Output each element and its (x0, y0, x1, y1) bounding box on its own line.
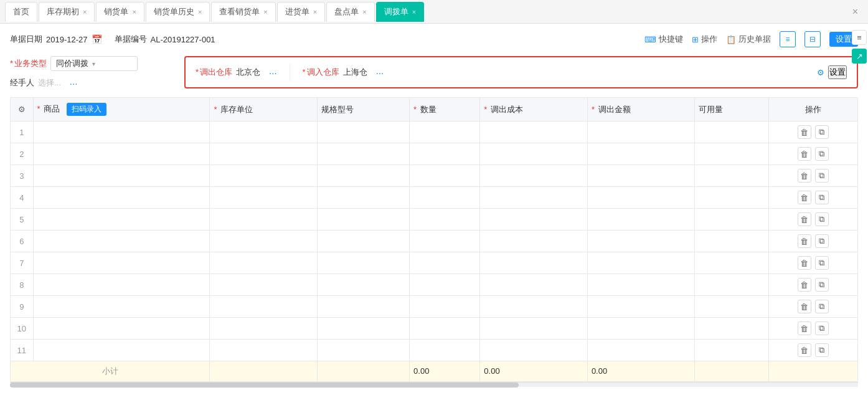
tab-view-sales[interactable]: 查看销货单 × (211, 2, 275, 22)
copy-button[interactable]: ⧉ (815, 169, 829, 183)
cost-cell[interactable] (480, 209, 588, 231)
goods-cell[interactable] (33, 143, 210, 165)
spec-cell[interactable] (317, 209, 409, 231)
delete-button[interactable]: 🗑 (798, 256, 811, 270)
delete-button[interactable]: 🗑 (798, 278, 811, 292)
copy-button[interactable]: ⧉ (815, 147, 829, 161)
tab-view-sales-close[interactable]: × (263, 9, 267, 16)
delete-button[interactable]: 🗑 (798, 300, 811, 313)
copy-button[interactable]: ⧉ (815, 278, 829, 292)
tab-transfer-close[interactable]: × (412, 9, 416, 16)
unit-cell[interactable] (210, 231, 318, 252)
cost-cell[interactable] (480, 318, 588, 340)
unit-cell[interactable] (210, 340, 318, 361)
tab-sales-order-close[interactable]: × (132, 9, 136, 16)
unit-cell[interactable] (210, 121, 318, 143)
amount-cell[interactable] (587, 209, 695, 231)
spec-cell[interactable] (317, 143, 409, 165)
spec-cell[interactable] (317, 296, 409, 318)
delete-button[interactable]: 🗑 (798, 234, 811, 248)
tab-purchase-close[interactable]: × (313, 9, 317, 16)
spec-cell[interactable] (317, 340, 409, 361)
spec-cell[interactable] (317, 231, 409, 252)
tab-inventory-check-close[interactable]: × (362, 9, 366, 16)
business-type-select[interactable]: 同价调拨 ▾ (50, 56, 138, 71)
delete-button[interactable]: 🗑 (798, 147, 811, 161)
amount-cell[interactable] (587, 121, 695, 143)
warehouse-settings-icon[interactable]: ⚙ (817, 68, 824, 77)
panel-list-button[interactable]: ≡ (852, 30, 867, 45)
qty-cell[interactable] (410, 187, 480, 209)
delete-button[interactable]: 🗑 (798, 343, 811, 357)
amount-cell[interactable] (587, 340, 695, 361)
copy-button[interactable]: ⧉ (815, 125, 829, 139)
window-close-button[interactable]: × (847, 4, 863, 20)
available-cell[interactable] (695, 296, 769, 318)
delete-button[interactable]: 🗑 (798, 321, 811, 335)
warehouse-settings-button[interactable]: 设置 (828, 65, 847, 79)
operate-button[interactable]: ⊞ 操作 (692, 34, 717, 45)
copy-button[interactable]: ⧉ (815, 321, 829, 335)
spec-cell[interactable] (317, 318, 409, 340)
amount-cell[interactable] (587, 296, 695, 318)
qty-cell[interactable] (410, 143, 480, 165)
layout-list-button[interactable]: ≡ (780, 31, 796, 47)
copy-button[interactable]: ⧉ (815, 234, 829, 248)
available-cell[interactable] (695, 318, 769, 340)
scan-entry-button[interactable]: 扫码录入 (67, 103, 106, 116)
amount-cell[interactable] (587, 143, 695, 165)
available-cell[interactable] (695, 165, 769, 187)
available-cell[interactable] (695, 143, 769, 165)
cost-cell[interactable] (480, 231, 588, 252)
goods-cell[interactable] (33, 231, 210, 252)
goods-cell[interactable] (33, 165, 210, 187)
unit-cell[interactable] (210, 274, 318, 296)
cost-cell[interactable] (480, 121, 588, 143)
tab-transfer[interactable]: 调拨单 × (376, 2, 424, 22)
spec-cell[interactable] (317, 187, 409, 209)
qty-cell[interactable] (410, 252, 480, 274)
horizontal-scrollbar[interactable] (10, 382, 858, 387)
delete-button[interactable]: 🗑 (798, 212, 811, 226)
shortcut-button[interactable]: ⌨ 快捷键 (644, 34, 683, 45)
copy-button[interactable]: ⧉ (815, 343, 829, 357)
available-cell[interactable] (695, 187, 769, 209)
history-button[interactable]: 📋 历史单据 (726, 34, 771, 45)
gear-icon[interactable]: ⚙ (14, 105, 29, 114)
qty-cell[interactable] (410, 121, 480, 143)
copy-button[interactable]: ⧉ (815, 256, 829, 270)
panel-expand-button[interactable]: ↗ (852, 49, 867, 64)
tab-inventory-init-close[interactable]: × (83, 9, 87, 16)
spec-cell[interactable] (317, 165, 409, 187)
col-settings[interactable]: ⚙ (11, 98, 33, 121)
transfer-out-ellipsis[interactable]: ··· (269, 67, 277, 78)
cost-cell[interactable] (480, 274, 588, 296)
cost-cell[interactable] (480, 296, 588, 318)
cost-cell[interactable] (480, 187, 588, 209)
goods-cell[interactable] (33, 121, 210, 143)
goods-cell[interactable] (33, 340, 210, 361)
qty-cell[interactable] (410, 209, 480, 231)
goods-cell[interactable] (33, 318, 210, 340)
amount-cell[interactable] (587, 165, 695, 187)
spec-cell[interactable] (317, 274, 409, 296)
qty-cell[interactable] (410, 165, 480, 187)
delete-button[interactable]: 🗑 (798, 191, 811, 204)
goods-cell[interactable] (33, 187, 210, 209)
available-cell[interactable] (695, 252, 769, 274)
amount-cell[interactable] (587, 231, 695, 252)
unit-cell[interactable] (210, 252, 318, 274)
qty-cell[interactable] (410, 231, 480, 252)
person-select[interactable]: 选择... (38, 77, 61, 88)
available-cell[interactable] (695, 209, 769, 231)
unit-cell[interactable] (210, 165, 318, 187)
goods-cell[interactable] (33, 296, 210, 318)
goods-cell[interactable] (33, 252, 210, 274)
qty-cell[interactable] (410, 340, 480, 361)
spec-cell[interactable] (317, 252, 409, 274)
calendar-icon[interactable]: 📅 (92, 34, 102, 44)
unit-cell[interactable] (210, 209, 318, 231)
tab-sales-history-close[interactable]: × (198, 9, 202, 16)
unit-cell[interactable] (210, 318, 318, 340)
tab-purchase[interactable]: 进货单 × (277, 2, 325, 22)
